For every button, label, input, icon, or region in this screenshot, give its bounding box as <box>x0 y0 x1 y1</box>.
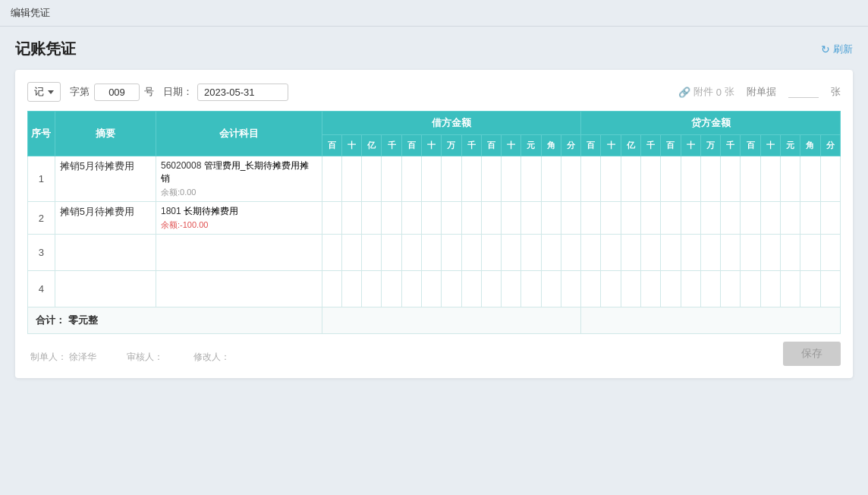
cell-credit-0-0[interactable] <box>581 156 601 202</box>
cell-debit-3-12[interactable] <box>561 271 580 307</box>
cell-debit-3-2[interactable] <box>362 271 382 307</box>
cell-debit-3-8[interactable] <box>481 271 501 307</box>
cell-credit-2-2[interactable] <box>621 235 640 271</box>
cell-debit-3-9[interactable] <box>502 271 521 307</box>
cell-account-0[interactable]: 56020008 管理费用_长期待摊费用摊销余额:0.00 <box>156 156 322 202</box>
cell-seq-2[interactable]: 3 <box>28 235 55 271</box>
cell-credit-0-3[interactable] <box>641 156 661 202</box>
cell-credit-2-1[interactable] <box>601 235 621 271</box>
cell-credit-1-12[interactable] <box>820 202 840 235</box>
cell-debit-1-4[interactable] <box>401 202 421 235</box>
cell-credit-1-2[interactable] <box>621 202 640 235</box>
cell-debit-3-4[interactable] <box>401 271 421 307</box>
cell-seq-0[interactable]: 1 <box>28 156 55 202</box>
cell-credit-2-7[interactable] <box>721 235 741 271</box>
cell-credit-1-10[interactable] <box>781 202 800 235</box>
cell-credit-3-5[interactable] <box>681 271 700 307</box>
cell-credit-3-8[interactable] <box>741 271 760 307</box>
cell-debit-2-9[interactable] <box>502 235 521 271</box>
cell-debit-2-11[interactable] <box>541 235 561 271</box>
cell-debit-0-10[interactable] <box>521 156 541 202</box>
cell-credit-3-9[interactable] <box>760 271 780 307</box>
cell-credit-0-8[interactable] <box>741 156 760 202</box>
cell-account-1[interactable]: 1801 长期待摊费用余额:-100.00 <box>156 202 322 235</box>
cell-debit-1-12[interactable] <box>561 202 580 235</box>
cell-credit-0-2[interactable] <box>621 156 640 202</box>
voucher-number-input[interactable] <box>94 84 140 101</box>
cell-credit-0-1[interactable] <box>601 156 621 202</box>
cell-debit-3-0[interactable] <box>322 271 341 307</box>
cell-debit-3-10[interactable] <box>521 271 541 307</box>
attachment-link[interactable]: 🔗 附件 0 张 <box>678 85 734 99</box>
cell-debit-0-0[interactable] <box>322 156 341 202</box>
cell-credit-2-9[interactable] <box>760 235 780 271</box>
cell-summary-1[interactable]: 摊销5月待摊费用 <box>55 202 156 235</box>
cell-debit-0-11[interactable] <box>541 156 561 202</box>
cell-debit-0-5[interactable] <box>421 156 441 202</box>
cell-credit-0-7[interactable] <box>721 156 741 202</box>
cell-credit-1-5[interactable] <box>681 202 700 235</box>
cell-credit-0-6[interactable] <box>700 156 720 202</box>
cell-credit-2-11[interactable] <box>800 235 820 271</box>
cell-credit-3-3[interactable] <box>641 271 661 307</box>
cell-debit-1-9[interactable] <box>502 202 521 235</box>
cell-debit-2-0[interactable] <box>322 235 341 271</box>
cell-debit-0-4[interactable] <box>401 156 421 202</box>
cell-credit-3-4[interactable] <box>661 271 681 307</box>
cell-credit-3-1[interactable] <box>601 271 621 307</box>
cell-credit-0-11[interactable] <box>800 156 820 202</box>
cell-credit-3-6[interactable] <box>700 271 720 307</box>
date-input[interactable] <box>197 84 288 101</box>
cell-seq-3[interactable]: 4 <box>28 271 55 307</box>
cell-debit-2-8[interactable] <box>481 235 501 271</box>
cell-debit-0-9[interactable] <box>502 156 521 202</box>
cell-debit-2-2[interactable] <box>362 235 382 271</box>
cell-credit-2-5[interactable] <box>681 235 700 271</box>
cell-credit-2-8[interactable] <box>741 235 760 271</box>
cell-credit-0-12[interactable] <box>820 156 840 202</box>
cell-credit-1-6[interactable] <box>700 202 720 235</box>
cell-credit-1-7[interactable] <box>721 202 741 235</box>
cell-credit-2-6[interactable] <box>700 235 720 271</box>
cell-debit-3-7[interactable] <box>461 271 481 307</box>
cell-debit-2-7[interactable] <box>461 235 481 271</box>
cell-debit-1-7[interactable] <box>461 202 481 235</box>
prefix-dropdown[interactable]: 记 <box>27 82 61 102</box>
cell-credit-3-0[interactable] <box>581 271 601 307</box>
cell-credit-2-3[interactable] <box>641 235 661 271</box>
zhang-input[interactable] <box>788 86 819 98</box>
cell-debit-0-8[interactable] <box>481 156 501 202</box>
cell-summary-3[interactable] <box>55 271 156 307</box>
cell-debit-3-6[interactable] <box>442 271 461 307</box>
cell-credit-1-1[interactable] <box>601 202 621 235</box>
cell-credit-2-4[interactable] <box>661 235 681 271</box>
cell-credit-2-10[interactable] <box>781 235 800 271</box>
cell-credit-1-4[interactable] <box>661 202 681 235</box>
cell-credit-3-11[interactable] <box>800 271 820 307</box>
cell-credit-3-10[interactable] <box>781 271 800 307</box>
cell-debit-1-5[interactable] <box>421 202 441 235</box>
cell-debit-0-2[interactable] <box>362 156 382 202</box>
cell-debit-3-11[interactable] <box>541 271 561 307</box>
cell-debit-1-11[interactable] <box>541 202 561 235</box>
cell-credit-0-9[interactable] <box>760 156 780 202</box>
cell-debit-1-0[interactable] <box>322 202 341 235</box>
cell-credit-2-12[interactable] <box>820 235 840 271</box>
cell-debit-2-3[interactable] <box>382 235 401 271</box>
cell-debit-0-6[interactable] <box>442 156 461 202</box>
cell-credit-1-9[interactable] <box>760 202 780 235</box>
refresh-button[interactable]: ↻ 刷新 <box>821 43 853 56</box>
cell-debit-1-2[interactable] <box>362 202 382 235</box>
cell-debit-2-6[interactable] <box>442 235 461 271</box>
cell-debit-2-4[interactable] <box>401 235 421 271</box>
cell-debit-0-3[interactable] <box>382 156 401 202</box>
cell-account-3[interactable] <box>156 271 322 307</box>
cell-debit-0-1[interactable] <box>341 156 361 202</box>
cell-account-2[interactable] <box>156 235 322 271</box>
cell-summary-0[interactable]: 摊销5月待摊费用 <box>55 156 156 202</box>
cell-debit-1-8[interactable] <box>481 202 501 235</box>
cell-debit-2-1[interactable] <box>341 235 361 271</box>
cell-credit-1-3[interactable] <box>641 202 661 235</box>
cell-credit-1-8[interactable] <box>741 202 760 235</box>
cell-debit-1-1[interactable] <box>341 202 361 235</box>
